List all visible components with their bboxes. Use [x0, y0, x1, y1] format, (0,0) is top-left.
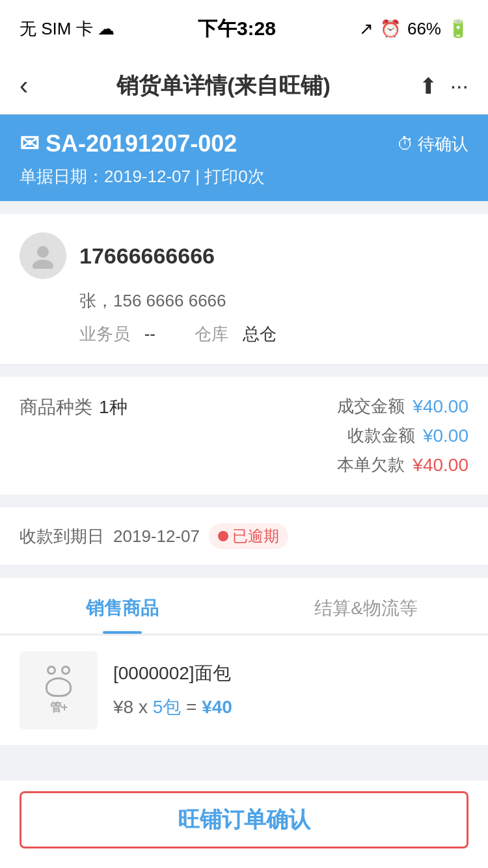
due-date-label: 收款到期日: [20, 525, 104, 548]
due-date-card: 收款到期日 2019-12-07 已逾期: [0, 508, 488, 565]
status-time: 下午3:28: [198, 16, 276, 42]
product-info: [0000002]面包 ¥8 x 5包 = ¥40: [113, 661, 468, 720]
more-icon[interactable]: ···: [450, 73, 468, 98]
deal-amount-row: 成交金额 ¥40.00: [337, 395, 468, 418]
battery-text: 66%: [407, 19, 441, 39]
bottom-bar: 旺铺订单确认: [0, 781, 488, 868]
clock-icon: ⏱: [397, 134, 414, 154]
salesperson-label: 业务员: [79, 324, 130, 344]
product-name: [0000002]面包: [113, 661, 468, 686]
status-left: 无 SIM 卡 ☁: [20, 18, 115, 40]
svg-point-1: [33, 260, 53, 269]
product-item: 管+ [0000002]面包 ¥8 x 5包 = ¥40: [0, 636, 488, 746]
tabs-container: 销售商品 结算&物流等: [0, 578, 488, 634]
warehouse-value: 总仓: [243, 324, 277, 344]
product-list: 管+ [0000002]面包 ¥8 x 5包 = ¥40: [0, 636, 488, 746]
tab-products[interactable]: 销售商品: [0, 578, 244, 634]
status-right: ↗ ⏰ 66% 🔋: [359, 19, 468, 39]
battery-icon: 🔋: [448, 19, 468, 39]
share-icon[interactable]: ⬆: [419, 73, 437, 99]
nav-left: ‹: [20, 71, 28, 100]
tab-settlement[interactable]: 结算&物流等: [244, 578, 488, 634]
nav-right: ⬆ ···: [419, 73, 468, 99]
page-title: 销货单详情(来自旺铺): [116, 71, 331, 101]
owed-amount-row: 本单欠款 ¥40.00: [337, 454, 468, 476]
product-price: ¥8 x 5包 = ¥40: [113, 695, 468, 720]
product-thumbnail: 管+: [20, 651, 98, 729]
owl-body: [46, 677, 72, 697]
customer-meta: 业务员 -- 仓库 总仓: [20, 323, 468, 346]
salesperson-value: --: [144, 324, 156, 344]
due-date-value: 2019-12-07: [113, 526, 200, 547]
confirm-order-button[interactable]: 旺铺订单确认: [20, 791, 468, 848]
avatar: [20, 232, 66, 279]
overdue-badge: 已逾期: [209, 523, 288, 549]
location-icon: ↗: [359, 19, 373, 39]
order-id: ✉ SA-20191207-002: [20, 130, 237, 157]
customer-name: 张，156 6666 6666: [20, 290, 468, 312]
overdue-dot-icon: [218, 531, 228, 541]
owl-left-eye: [47, 666, 56, 675]
order-status: ⏱ 待确认: [397, 133, 468, 156]
order-date: 单据日期：2019-12-07 | 打印0次: [20, 165, 468, 188]
customer-phone: 17666666666: [79, 243, 215, 269]
status-bar: 无 SIM 卡 ☁ 下午3:28 ↗ ⏰ 66% 🔋: [0, 0, 488, 57]
owl-text-label: 管+: [50, 699, 68, 715]
no-sim-text: 无 SIM 卡 ☁: [20, 18, 115, 40]
header-card: ✉ SA-20191207-002 ⏱ 待确认 单据日期：2019-12-07 …: [0, 115, 488, 201]
summary-right: 成交金额 ¥40.00 收款金额 ¥0.00 本单欠款 ¥40.00: [337, 395, 468, 476]
alarm-icon: ⏰: [380, 19, 401, 39]
payment-amount-row: 收款金额 ¥0.00: [347, 424, 468, 447]
owl-right-eye: [61, 666, 70, 675]
order-icon: ✉: [20, 130, 39, 157]
svg-point-0: [37, 246, 49, 258]
customer-card: 17666666666 张，156 6666 6666 业务员 -- 仓库 总仓: [0, 214, 488, 364]
product-type: 商品种类 1种: [20, 395, 128, 420]
warehouse-label: 仓库: [195, 324, 228, 344]
back-button[interactable]: ‹: [20, 71, 28, 100]
nav-bar: ‹ 销货单详情(来自旺铺) ⬆ ···: [0, 57, 488, 115]
summary-card: 商品种类 1种 成交金额 ¥40.00 收款金额 ¥0.00 本单欠款 ¥40.…: [0, 377, 488, 495]
